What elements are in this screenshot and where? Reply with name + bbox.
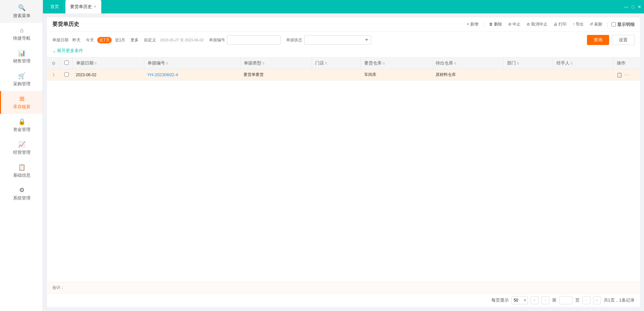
bill-no-link-0[interactable]: YH-20230602-4: [147, 72, 178, 77]
shortcut-more[interactable]: 更多: [128, 37, 141, 43]
page-size-select[interactable]: 102050100: [512, 296, 528, 304]
filter-group-billno: 单据编号: [209, 35, 281, 45]
sort-icon-bill_date[interactable]: ⇅: [94, 61, 97, 65]
display-detail-toggle[interactable]: 显示明细: [611, 21, 635, 28]
th-department[interactable]: 部门⇅: [504, 57, 553, 69]
tab-home[interactable]: 首页: [46, 0, 64, 13]
sort-icon-handler[interactable]: ⇅: [570, 61, 573, 65]
th-handler[interactable]: 经手人⇅: [553, 57, 613, 69]
sort-icon-req_warehouse[interactable]: ⇅: [382, 61, 385, 65]
table-area: ⚙单据日期⇅单据编号⇅单据类型⇅门店⇅要货仓库⇅待出仓库⇅部门⇅经手人⇅操作 1…: [47, 57, 640, 282]
next-page-btn[interactable]: ›: [582, 296, 590, 304]
query-button[interactable]: 查询: [587, 35, 609, 45]
th-pending_warehouse[interactable]: 待出仓库⇅: [432, 57, 504, 69]
more-action-icon[interactable]: ⋯: [624, 72, 629, 78]
system-icon: ⚙: [19, 186, 24, 194]
search-menu-icon: 🔍: [18, 4, 25, 11]
bill-status-select[interactable]: [304, 35, 371, 45]
cell-store: [312, 69, 361, 81]
tab-requisition-history[interactable]: 要货单历史×: [65, 0, 101, 13]
row-checkbox-0[interactable]: [64, 72, 69, 77]
sidebar-item-purchase[interactable]: 🛒采购管理: [0, 68, 43, 91]
th-action: 操作: [613, 57, 640, 69]
export-button[interactable]: ↑ 导出: [571, 21, 585, 28]
bill-no-label: 单据编号: [209, 37, 225, 43]
operations-icon: 📈: [18, 141, 25, 148]
col-label-department: 部门: [507, 60, 516, 66]
sidebar-item-inventory[interactable]: ⊞库存核算: [0, 91, 43, 114]
sidebar-item-quick-nav[interactable]: ⌂快捷导航: [0, 23, 43, 45]
filter-row-expand: ⌄ 展开更多条件: [52, 48, 635, 54]
cell-handler: [553, 69, 613, 81]
shortcut-custom[interactable]: 自定义: [142, 37, 158, 43]
sidebar: 🔍搜索菜单⌂快捷导航📊销售管理🛒采购管理⊞库存核算🔒资金管理📈经营管理📋基础信息…: [0, 0, 43, 311]
th-req_warehouse[interactable]: 要货仓库⇅: [361, 57, 432, 69]
prev-page-btn[interactable]: ‹: [541, 296, 549, 304]
last-page-btn[interactable]: »: [593, 296, 601, 304]
minimize-btn[interactable]: —: [624, 4, 628, 9]
top-bar: 首页要货单历史× — □ ✕: [43, 0, 644, 13]
th-bill_date[interactable]: 单据日期⇅: [72, 57, 144, 69]
sidebar-item-sales[interactable]: 📊销售管理: [0, 45, 43, 68]
data-table: ⚙单据日期⇅单据编号⇅单据类型⇅门店⇅要货仓库⇅待出仓库⇅部门⇅经手人⇅操作 1…: [47, 57, 640, 81]
sidebar-label-sales: 销售管理: [13, 58, 31, 64]
first-page-btn[interactable]: «: [531, 296, 539, 304]
sidebar-item-basic-info[interactable]: 📋基础信息: [0, 160, 43, 182]
expand-filter-btn[interactable]: ⌄ 展开更多条件: [52, 48, 83, 54]
print-button[interactable]: 🖨 打印: [552, 21, 568, 28]
col-label-store: 门店: [315, 60, 324, 66]
filter-area: 单据日期 昨天今天近7天近1月更多自定义 2023-05-27 至 2023-0…: [47, 32, 640, 57]
sort-icon-department[interactable]: ⇅: [517, 61, 519, 65]
sidebar-label-purchase: 采购管理: [13, 81, 31, 87]
date-shortcuts: 昨天今天近7天近1月更多自定义: [70, 37, 158, 43]
sales-icon: 📊: [18, 49, 25, 57]
new-button[interactable]: + 新增: [466, 21, 480, 28]
cell-department: [504, 69, 553, 81]
sort-icon-pending_warehouse[interactable]: ⇅: [454, 61, 457, 65]
maximize-btn[interactable]: □: [632, 4, 634, 9]
purchase-icon: 🛒: [18, 72, 25, 80]
sort-icon-bill_type[interactable]: ⇅: [262, 61, 265, 65]
bill-no-input[interactable]: [227, 35, 281, 45]
delete-button[interactable]: 🗑 删除: [488, 21, 503, 28]
sidebar-item-system[interactable]: ⚙系统管理: [0, 182, 43, 205]
settings-icon[interactable]: ⚙: [52, 61, 56, 66]
cancel-stop-button[interactable]: ⊘ 取消中止: [525, 21, 548, 28]
tab-close-requisition-history[interactable]: ×: [94, 4, 96, 9]
sidebar-label-quick-nav: 快捷导航: [13, 35, 31, 41]
page-label-after: 页: [575, 297, 580, 303]
shortcut-last7days[interactable]: 近7天: [97, 37, 112, 43]
page-label-before: 第: [552, 297, 556, 303]
shortcut-last_month[interactable]: 近1月: [113, 37, 127, 43]
sort-icon-bill_no[interactable]: ⇅: [166, 61, 168, 65]
main-area: 首页要货单历史× — □ ✕ 要货单历史 + 新增 | 🗑 删除 ⊘ 中止 ⊘ …: [43, 0, 644, 311]
table-header-row: ⚙单据日期⇅单据编号⇅单据类型⇅门店⇅要货仓库⇅待出仓库⇅部门⇅经手人⇅操作: [47, 57, 640, 69]
refresh-button[interactable]: ↺ 刷新: [588, 21, 603, 28]
select-all-checkbox[interactable]: [64, 60, 69, 65]
edit-action-icon[interactable]: 📋: [616, 72, 622, 78]
sidebar-item-search-menu[interactable]: 🔍搜索菜单: [0, 0, 43, 23]
sidebar-item-finance[interactable]: 🔒资金管理: [0, 114, 43, 137]
bill-date-label: 单据日期: [52, 37, 68, 43]
col-label-req_warehouse: 要货仓库: [364, 60, 382, 66]
close-btn[interactable]: ✕: [638, 4, 641, 9]
sort-icon-store[interactable]: ⇅: [325, 61, 327, 65]
table-body: 1 2023-06-02 YH-20230602-4 要货单要货 车间库 原材料…: [47, 69, 640, 81]
setting-button[interactable]: 设置: [612, 35, 635, 45]
top-bar-right: — □ ✕: [624, 4, 641, 9]
toolbar: + 新增 | 🗑 删除 ⊘ 中止 ⊘ 取消中止 🖨 打印 ↑ 导出 ↺ 刷新 |…: [466, 21, 635, 28]
th-store[interactable]: 门店⇅: [312, 57, 361, 69]
sidebar-item-operations[interactable]: 📈经营管理: [0, 137, 43, 160]
page-size-label: 每页显示: [491, 297, 509, 303]
cell-checkbox: [60, 69, 72, 81]
table-row: 1 2023-06-02 YH-20230602-4 要货单要货 车间库 原材料…: [47, 69, 640, 81]
stop-button[interactable]: ⊘ 中止: [507, 21, 522, 28]
th-checkbox: [60, 57, 72, 69]
shortcut-today[interactable]: 今天: [84, 37, 96, 43]
shortcut-yesterday[interactable]: 昨天: [70, 37, 83, 43]
total-info: 共1页，1条记录: [604, 297, 635, 303]
th-bill_type[interactable]: 单据类型⇅: [240, 57, 312, 69]
display-detail-checkbox[interactable]: [611, 22, 616, 27]
th-bill_no[interactable]: 单据编号⇅: [144, 57, 240, 69]
page-number-input[interactable]: 1: [559, 296, 573, 304]
